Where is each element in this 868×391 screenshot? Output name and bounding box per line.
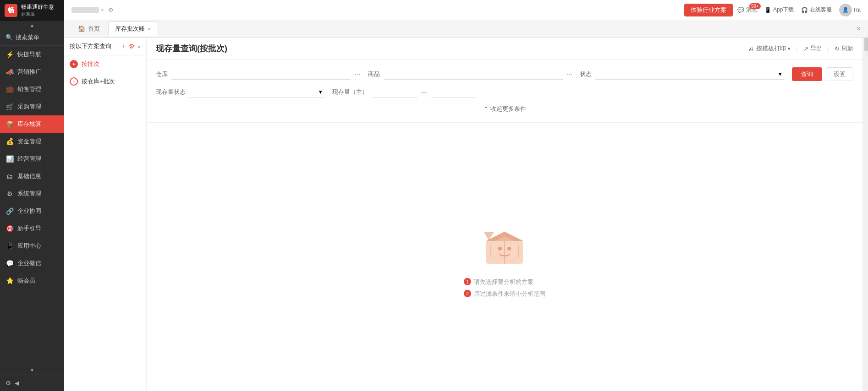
topbar-settings-icon[interactable]: ⚙: [108, 6, 114, 13]
filter-row-1: 仓库 ··· 商品 ··· 状态 ▾: [156, 67, 853, 81]
sidebar-item-label: 基础信息: [17, 172, 41, 180]
sidebar-item-newbie[interactable]: 🎯 新手引导: [0, 220, 64, 237]
step1-text: 请先选择要分析的方案: [474, 278, 533, 286]
settings-btn[interactable]: 设置: [826, 67, 853, 81]
avatar: 👤: [839, 4, 852, 16]
left-panel: 按以下方案查询 + ⚙ « ● 按批次 ○ 按仓库+批次: [64, 38, 147, 391]
main-area: ▾ ⚙ 体验行业方案 💬 消息 99+ 📱 App下载 🎧 在线客服 👤: [64, 0, 868, 391]
right-panel: 现存量查询(按批次) 🖨 按模板打印 ▾ | ↗ 导出 | ↻: [147, 38, 863, 391]
collapse-label: 收起更多条件: [490, 105, 526, 113]
sidebar-item-system[interactable]: ⚙ 系统管理: [0, 185, 64, 202]
product-more-btn[interactable]: ···: [566, 71, 572, 78]
user-profile[interactable]: 👤 Rit: [839, 4, 861, 16]
tabbar-close-icon[interactable]: ×: [857, 25, 861, 33]
sidebar-item-quick-nav[interactable]: ⚡ 快捷导航: [0, 46, 64, 63]
status-chevron-icon: ▾: [779, 71, 782, 77]
print-btn[interactable]: 🖨 按模板打印 ▾: [748, 44, 791, 53]
print-label: 按模板打印: [756, 44, 786, 53]
left-panel-header: 按以下方案查询 + ⚙ «: [64, 38, 146, 55]
sidebar-item-inventory[interactable]: 📦 库存核算: [0, 115, 64, 133]
sidebar-item-sales[interactable]: 💼 销售管理: [0, 81, 64, 98]
svg-point-4: [498, 247, 502, 250]
sidebar-item-label: 畅会员: [17, 277, 35, 285]
print-chevron-icon[interactable]: ▾: [788, 46, 791, 52]
user-name: Rit: [854, 7, 861, 13]
system-icon: ⚙: [5, 190, 14, 198]
tab-close-btn[interactable]: ×: [148, 27, 150, 32]
empty-state: 1 请先选择要分析的方案 2 用过滤条件来缩小分析范围: [147, 123, 863, 391]
quick-nav-icon: ⚡: [5, 50, 14, 59]
marketing-icon: 📣: [5, 68, 14, 76]
stock-status-select[interactable]: ▾: [189, 87, 325, 98]
sidebar-item-label: 企业微信: [17, 259, 41, 267]
app-download-action[interactable]: 📱 App下载: [764, 6, 794, 14]
export-label: 导出: [810, 44, 822, 53]
sidebar-item-vip[interactable]: ⭐ 畅会员: [0, 272, 64, 289]
query-btn[interactable]: 查询: [792, 67, 822, 81]
app-logo: 畅: [5, 4, 17, 17]
chevron-up-icon: ⌃: [483, 106, 489, 113]
product-label: 商品: [368, 70, 380, 78]
sidebar-item-basic[interactable]: 🗂 基础信息: [0, 168, 64, 185]
avatar-icon: 👤: [842, 7, 849, 13]
sidebar: 畅 畅康通好生意 标准版 ▲ 🔍 搜索菜单 ⚡ 快捷导航 📣 营销推广 💼 销售…: [0, 0, 64, 391]
messages-action[interactable]: 💬 消息 99+: [737, 6, 757, 14]
status-select[interactable]: ▾: [595, 69, 785, 80]
sidebar-item-marketing[interactable]: 📣 营销推广: [0, 63, 64, 81]
warehouse-more-btn[interactable]: ···: [354, 71, 360, 78]
sidebar-item-operation[interactable]: 📊 经营管理: [0, 150, 64, 168]
filter-row-2: 现存量状态 ▾ 现存量（主） —: [156, 87, 853, 98]
sidebar-item-label: 销售管理: [17, 85, 41, 93]
scrollbar-thumb[interactable]: [864, 38, 868, 51]
left-panel-actions: + ⚙ «: [121, 43, 141, 50]
collapse-btn[interactable]: ⌃ 收起更多条件: [156, 103, 853, 115]
sidebar-search-label: 搜索菜单: [16, 33, 39, 42]
empty-step-1: 1 请先选择要分析的方案: [464, 278, 545, 286]
stock-amount-min[interactable]: [372, 87, 418, 98]
vip-icon: ⭐: [5, 277, 14, 285]
sidebar-item-apps[interactable]: 📱 应用中心: [0, 237, 64, 255]
warehouse-input[interactable]: [171, 69, 351, 80]
sidebar-scroll-down[interactable]: ▼: [0, 366, 64, 375]
sales-icon: 💼: [5, 85, 14, 93]
tab-inventory-batch[interactable]: 库存批次账 ×: [108, 22, 157, 36]
stock-amount-max[interactable]: [431, 87, 477, 98]
status-label: 状态: [580, 70, 592, 78]
sidebar-item-finance[interactable]: 💰 资金管理: [0, 133, 64, 150]
operation-icon: 📊: [5, 155, 14, 163]
sidebar-item-wechat[interactable]: 💬 企业微信: [0, 255, 64, 272]
collapse-panel-btn[interactable]: «: [137, 43, 141, 49]
sidebar-item-label: 库存核算: [17, 120, 41, 128]
refresh-label: 刷新: [841, 44, 853, 53]
empty-step-2: 2 用过滤条件来缩小分析范围: [464, 290, 545, 298]
message-badge: 99+: [749, 3, 761, 9]
sidebar-item-purchase[interactable]: 🛒 采购管理: [0, 98, 64, 115]
enterprise-icon: 🔗: [5, 207, 14, 215]
sidebar-item-enterprise[interactable]: 🔗 企业协同: [0, 202, 64, 220]
tab-home[interactable]: 🏠 首页: [71, 22, 106, 36]
page-title: 现存量查询(按批次): [156, 43, 227, 54]
sidebar-nav: 🔍 搜索菜单 ⚡ 快捷导航 📣 营销推广 💼 销售管理 🛒 采购管理 📦 库存核…: [0, 30, 64, 366]
sidebar-scroll-up[interactable]: ▲: [0, 21, 64, 30]
refresh-btn[interactable]: ↻ 刷新: [835, 44, 853, 53]
sidebar-footer[interactable]: ⚙ ◀: [0, 375, 64, 391]
scheme-by-batch[interactable]: ● 按批次: [64, 55, 146, 73]
tab-home-label: 首页: [88, 25, 100, 33]
newbie-icon: 🎯: [5, 224, 14, 233]
experience-btn[interactable]: 体验行业方案: [684, 4, 733, 16]
scheme-icon-outline: ○: [70, 77, 78, 86]
scheme-settings-btn[interactable]: ⚙: [129, 43, 135, 49]
empty-svg: [477, 216, 532, 271]
right-scrollbar: [863, 38, 868, 391]
sidebar-search[interactable]: 🔍 搜索菜单: [0, 30, 64, 46]
stock-status-label: 现存量状态: [156, 88, 186, 96]
home-icon: 🏠: [78, 25, 85, 32]
basic-icon: 🗂: [5, 172, 14, 180]
footer-toggle-icon: ◀: [15, 380, 19, 386]
footer-settings-icon: ⚙: [5, 380, 11, 386]
export-btn[interactable]: ↗ 导出: [803, 44, 822, 53]
scheme-by-warehouse-batch[interactable]: ○ 按仓库+批次: [64, 73, 146, 90]
add-scheme-btn[interactable]: +: [121, 43, 126, 50]
online-service-action[interactable]: 🎧 在线客服: [801, 6, 832, 14]
product-input[interactable]: [384, 69, 563, 80]
